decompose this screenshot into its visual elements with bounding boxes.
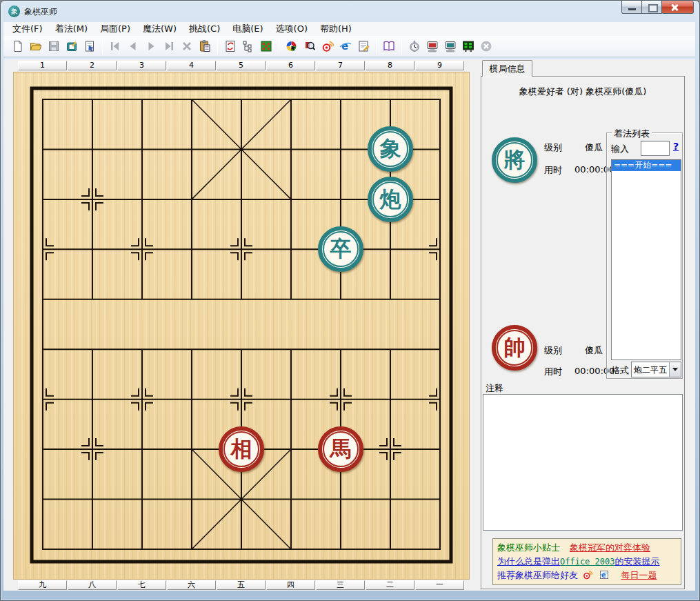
file-header-cell: 三 <box>316 580 365 590</box>
move-list[interactable]: ===开始=== <box>611 159 681 360</box>
combobox-dropdown-icon[interactable] <box>669 362 681 377</box>
red-level-value: 傻瓜 <box>585 344 603 357</box>
menu-item[interactable]: 局面(P) <box>94 22 137 36</box>
toolbar-separator <box>102 39 103 54</box>
flip-board-button[interactable] <box>221 37 239 55</box>
file-header-cell: 9 <box>415 61 464 70</box>
red-player-computer-button[interactable] <box>423 37 441 55</box>
menu-item[interactable]: 着法(M) <box>49 22 94 36</box>
internet-explorer-icon: e <box>339 39 352 53</box>
weibo-button[interactable] <box>319 37 337 55</box>
save-button <box>45 37 63 55</box>
opening-book-button[interactable] <box>380 37 398 55</box>
piece-馬[interactable]: 馬 <box>318 426 363 472</box>
file-header-cell: 1 <box>18 61 67 70</box>
black-side-piece-icon: 將 <box>492 137 537 183</box>
toolbar-separator <box>401 39 402 54</box>
paste-button[interactable] <box>196 37 214 55</box>
file-header-cell: 二 <box>366 580 414 590</box>
weibo-share-icon[interactable] <box>582 569 593 584</box>
black-player-computer-button[interactable] <box>441 37 459 55</box>
console-button[interactable] <box>459 37 477 55</box>
minimize-button[interactable] <box>621 1 642 14</box>
notation-button[interactable] <box>63 37 81 55</box>
tips-link-experience[interactable]: 象棋冠军的对弈体验 <box>570 542 650 553</box>
file-header-cell: 6 <box>266 61 315 70</box>
move-tree-button[interactable] <box>239 37 257 55</box>
file-header-cell: 八 <box>68 580 117 590</box>
menu-item[interactable]: 魔法(W) <box>137 22 183 36</box>
edit-position-icon <box>259 39 273 53</box>
red-computer-icon <box>426 39 439 53</box>
file-header-cell: 5 <box>217 61 266 70</box>
file-header-cell: 九 <box>18 580 67 590</box>
move-input-help-link[interactable]: ? <box>673 141 679 152</box>
color-wheel-icon <box>285 39 299 53</box>
opening-book-icon <box>382 39 396 53</box>
maximize-button[interactable] <box>641 1 662 14</box>
file-header-cell: 四 <box>266 580 315 590</box>
file-header-cell: 七 <box>117 580 166 590</box>
notes-button[interactable] <box>354 37 372 55</box>
svg-text:e: e <box>601 571 606 579</box>
paste-icon <box>198 39 212 53</box>
weibo-icon <box>321 39 334 53</box>
file-header-cell: 3 <box>117 61 166 70</box>
black-level-label: 级别 <box>544 141 562 154</box>
console-icon <box>461 39 475 53</box>
format-value: 炮二平五 <box>634 364 667 376</box>
move-tree-icon <box>241 39 255 53</box>
move-input[interactable] <box>641 141 670 156</box>
menu-item[interactable]: 文件(F) <box>6 22 49 36</box>
tips-daily-link[interactable]: 每日一题 <box>621 570 657 580</box>
prev-move-button <box>124 37 142 55</box>
move-input-label: 输入 <box>611 143 629 155</box>
toolbar-separator <box>279 39 279 54</box>
file-header-cell: 2 <box>68 61 117 70</box>
piece-相[interactable]: 相 <box>219 426 264 472</box>
tab-game-info[interactable]: 棋局信息 <box>482 60 532 77</box>
ie-share-icon[interactable]: e <box>599 569 610 584</box>
stop-button <box>477 37 495 55</box>
internet-button[interactable]: e <box>337 37 354 55</box>
menu-item[interactable]: 帮助(H) <box>314 22 358 36</box>
menu-item[interactable]: 电脑(E) <box>226 22 269 36</box>
color-wheel-button[interactable] <box>283 37 301 55</box>
timer-button[interactable] <box>406 37 423 55</box>
tips-share-text: 推荐象棋巫师给好友 <box>497 570 578 580</box>
edit-position-button[interactable] <box>257 37 275 55</box>
analyze-icon <box>303 39 317 53</box>
toolbar-separator <box>217 39 218 54</box>
delete-move-icon <box>180 39 194 53</box>
piece-炮[interactable]: 炮 <box>368 177 413 222</box>
last-move-button <box>160 37 178 55</box>
analyze-button[interactable] <box>301 37 319 55</box>
open-button[interactable] <box>27 37 45 55</box>
chess-board[interactable]: 象炮卒相馬 <box>13 72 470 580</box>
properties-button[interactable] <box>81 37 99 55</box>
tips-box: 象棋巫师小贴士象棋冠军的对弈体验 为什么总是弹出Office 2003的安装提示… <box>492 538 681 585</box>
tips-link-office[interactable]: 为什么总是弹出Office 2003的安装提示 <box>497 556 659 566</box>
stop-icon <box>479 39 493 53</box>
comment-label: 注释 <box>486 382 503 395</box>
format-combobox[interactable]: 炮二平五 <box>631 362 681 377</box>
board-top-labels: 123456789 <box>18 61 465 70</box>
menu-item[interactable]: 挑战(C) <box>183 22 226 36</box>
red-level-label: 级别 <box>544 344 562 357</box>
close-button[interactable] <box>661 1 694 14</box>
format-label: 格式 <box>611 364 629 377</box>
open-icon <box>29 39 43 53</box>
app-window: 象 象棋巫师 文件(F)着法(M)局面(P)魔法(W)挑战(C)电脑(E)选项(… <box>0 0 700 601</box>
file-header-cell: 五 <box>217 580 266 590</box>
new-button[interactable] <box>9 37 27 55</box>
toolbar: e <box>3 36 695 57</box>
notebook-icon <box>65 39 79 53</box>
black-time-label: 用时 <box>544 164 562 177</box>
move-list-item[interactable]: ===开始=== <box>612 160 681 171</box>
piece-卒[interactable]: 卒 <box>318 226 363 272</box>
comment-box[interactable] <box>483 394 683 531</box>
piece-象[interactable]: 象 <box>368 126 413 172</box>
delete-move-button <box>178 37 196 55</box>
menu-item[interactable]: 选项(O) <box>270 22 314 36</box>
menu-bar: 文件(F)着法(M)局面(P)魔法(W)挑战(C)电脑(E)选项(O)帮助(H) <box>3 22 695 36</box>
